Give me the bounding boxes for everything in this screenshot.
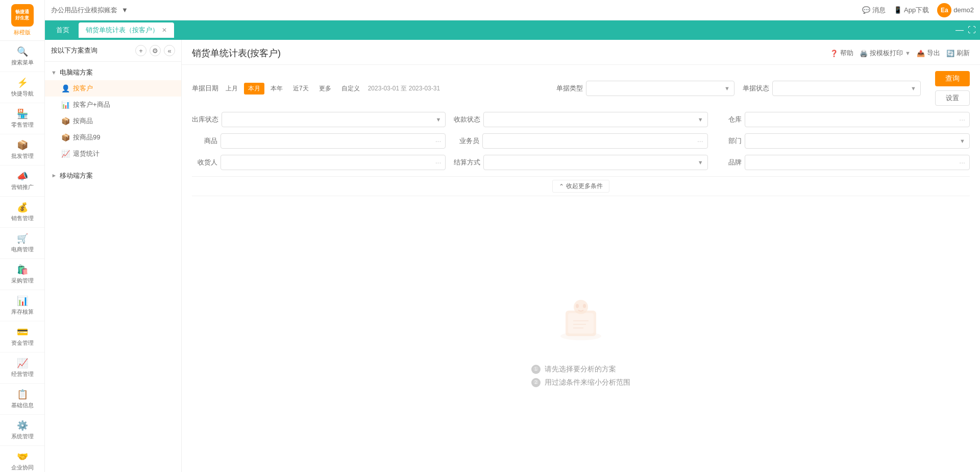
tab-bar: 首页 销货单统计表（按客户） ✕ — ⛶ [45,20,980,40]
top-nav-dropdown[interactable]: ▼ [121,6,128,14]
top-nav-right: 💬 消息 📱 App下载 Ea demo2 [862,3,974,17]
warehouse-dots[interactable]: ··· [959,115,965,124]
filter-row-1: 单据日期 上月 本月 本年 近7天 更多 自定义 2023-03-01 至 20… [192,71,970,106]
date-btn-more[interactable]: 更多 [315,83,335,95]
date-btn-current-year[interactable]: 本年 [266,83,287,95]
help-icon: ❓ [830,50,838,57]
sidebar-item-operations[interactable]: 📈 经营管理 [0,352,44,384]
date-btn-current-month[interactable]: 本月 [244,83,264,95]
doc-status-select[interactable]: ▼ [772,81,921,96]
sidebar-item-quick-nav[interactable]: ⚡ 快捷导航 [0,72,44,103]
refresh-icon: 🔄 [946,50,954,57]
scheme-item-by-product-99[interactable]: 📦 按商品99 [45,129,181,146]
settings-button[interactable]: 设置 [935,90,970,106]
brand-dots[interactable]: ··· [959,158,965,167]
messages-btn[interactable]: 💬 消息 [862,6,886,15]
out-status-label: 出库状态 [192,115,218,124]
query-button[interactable]: 查询 [935,71,970,86]
desktop-section-arrow: ▼ [51,69,57,76]
sidebar: 畅捷通好生意 标橙版 🔍 搜索菜单 ⚡ 快捷导航 🏪 零售管理 📦 批发管理 📣… [0,0,45,472]
salesperson-dots[interactable]: ··· [697,137,703,145]
filter-department: 部门 ▼ [716,133,970,149]
filter-row-3: 商品 ··· 业务员 ··· 部门 [192,133,970,149]
recipient-dots[interactable]: ··· [435,158,442,167]
empty-hint-2: ② 用过滤条件来缩小分析范围 [531,378,630,387]
sidebar-item-label-ecommerce: 电商管理 [11,246,34,253]
filter-row-2: 出库状态 ▼ 收款状态 ▼ 仓库 [192,112,970,127]
sidebar-item-inventory[interactable]: 📊 库存核算 [0,290,44,321]
app-download-btn[interactable]: 📱 App下载 [894,6,929,15]
maximize-btn[interactable]: ⛶ [968,26,976,35]
date-btn-custom[interactable]: 自定义 [337,83,364,95]
sidebar-item-retail[interactable]: 🏪 零售管理 [0,103,44,134]
tab-sales-stats[interactable]: 销货单统计表（按客户） ✕ [79,22,174,38]
sidebar-item-label-sales: 销售管理 [11,215,34,222]
sidebar-item-label-retail: 零售管理 [11,121,34,129]
svg-point-5 [583,304,586,308]
user-profile[interactable]: Ea demo2 [937,3,974,17]
warehouse-select[interactable]: ··· [745,112,970,127]
page-title: 销货单统计表(按客户) [192,47,281,59]
sidebar-item-wholesale[interactable]: 📦 批发管理 [0,134,44,166]
sidebar-item-finance[interactable]: 💳 资金管理 [0,321,44,352]
hint-num-1: ① [531,365,541,374]
sidebar-item-marketing[interactable]: 📣 营销推广 [0,166,44,197]
tab-close-icon[interactable]: ✕ [162,27,167,34]
brand-select[interactable]: ··· [745,155,970,170]
date-btn-last-7-days[interactable]: 近7天 [289,83,313,95]
recipient-select[interactable]: ··· [220,155,446,170]
scheme-settings-btn[interactable]: ⚙ [150,45,161,56]
settlement-label: 结算方式 [454,158,480,167]
collect-status-select[interactable]: ▼ [483,112,707,127]
sidebar-item-enterprise[interactable]: 🤝 企业协同 [0,446,44,472]
product-dots[interactable]: ··· [435,137,442,145]
date-group: 上月 本月 本年 近7天 更多 自定义 2023-03-01 至 2023-03… [222,83,440,95]
export-link[interactable]: 📤 导出 [917,49,940,58]
refresh-link[interactable]: 🔄 刷新 [946,49,970,58]
desktop-section: ▼ 电脑端方案 👤 按客户 📊 按客户+商品 📦 按商品 📦 按商 [45,62,181,165]
customer-icon: 👤 [61,84,70,92]
operations-icon: 📈 [17,358,28,369]
logo-icon: 畅捷通好生意 [11,4,34,27]
filter-date: 单据日期 上月 本月 本年 近7天 更多 自定义 2023-03-01 至 20… [192,83,548,95]
mobile-section-arrow: ▼ [51,173,57,179]
scheme-item-return-stats[interactable]: 📈 退货统计 [45,146,181,162]
sidebar-item-label-wholesale: 批发管理 [11,152,34,160]
product-99-icon: 📦 [61,133,70,141]
tab-home[interactable]: 首页 [49,22,77,38]
sidebar-item-ecommerce[interactable]: 🛒 电商管理 [0,228,44,259]
page-content: 按以下方案查询 + ⚙ « ▼ 电脑端方案 👤 按客户 📊 [45,40,980,472]
export-label: 导出 [927,49,940,58]
scheme-collapse-btn[interactable]: « [164,45,175,56]
out-status-select[interactable]: ▼ [222,112,446,127]
quick-nav-icon: ⚡ [17,77,28,88]
department-select[interactable]: ▼ [745,133,970,149]
scheme-item-by-customer[interactable]: 👤 按客户 [45,80,181,97]
mobile-section-header[interactable]: ▼ 移动端方案 [45,168,181,183]
doc-type-select[interactable]: ▼ [586,81,734,96]
scheme-add-btn[interactable]: + [135,45,146,56]
sidebar-item-search[interactable]: 🔍 搜索菜单 [0,41,44,72]
scheme-item-by-product[interactable]: 📦 按商品 [45,113,181,129]
scheme-item-by-product-99-label: 按商品99 [73,133,100,142]
collapse-up-icon: ⌃ [559,183,564,190]
sidebar-item-label-search: 搜索菜单 [11,59,34,66]
scheme-item-by-customer-product[interactable]: 📊 按客户+商品 [45,97,181,113]
date-btn-last-month[interactable]: 上月 [222,83,242,95]
collapse-button[interactable]: ⌃ 收起更多条件 [552,180,609,193]
empty-hints: ① 请先选择要分析的方案 ② 用过滤条件来缩小分析范围 [531,365,630,387]
sidebar-item-purchase[interactable]: 🛍️ 采购管理 [0,259,44,290]
salesperson-select[interactable]: ··· [482,133,707,149]
sidebar-item-label-system: 系统管理 [11,433,34,440]
sidebar-item-system[interactable]: ⚙️ 系统管理 [0,415,44,446]
doc-type-chevron: ▼ [724,85,730,91]
filter-warehouse: 仓库 ··· [716,112,970,127]
minimize-btn[interactable]: — [955,26,964,35]
sidebar-item-basic-info[interactable]: 📋 基础信息 [0,384,44,415]
settlement-select[interactable]: ▼ [483,155,707,170]
help-link[interactable]: ❓ 帮助 [830,49,853,58]
sidebar-item-sales[interactable]: 💰 销售管理 [0,197,44,228]
desktop-section-header[interactable]: ▼ 电脑端方案 [45,65,181,80]
product-select[interactable]: ··· [220,133,446,149]
template-print-link[interactable]: 🖨️ 按模板打印 ▼ [860,49,911,58]
